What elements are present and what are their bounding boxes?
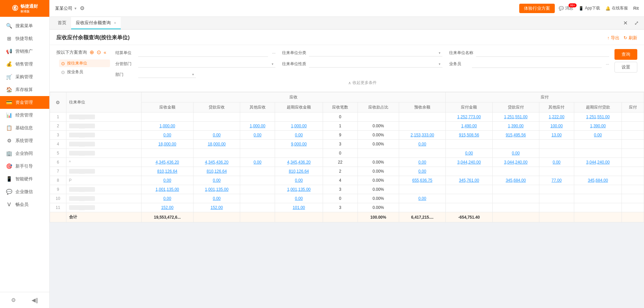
row-ar-loan[interactable]: 1,001,135.00 <box>193 185 240 194</box>
user-info[interactable]: Rit <box>633 6 639 11</box>
row-ar-loan[interactable]: 810,126.64 <box>193 167 240 176</box>
settlement-input[interactable] <box>138 49 268 57</box>
row-ar-loan[interactable]: 152.00 <box>193 203 240 212</box>
row-ar-prepay[interactable]: 0.00 <box>399 194 445 203</box>
row-ar-amount[interactable]: 4,345,436.20 <box>141 158 193 167</box>
sidebar-item-system[interactable]: ⚙ 系统管理 <box>0 134 49 147</box>
row-ar-overdue[interactable]: 0.00 <box>275 131 323 140</box>
row-ap-overdue-loan[interactable]: 1,251,551.00 <box>574 113 622 122</box>
row-ar-other[interactable]: 0.00 <box>240 131 275 140</box>
row-ap-loan[interactable]: 915,495.56 <box>492 131 539 140</box>
row-ap-loan[interactable]: 0.00 <box>492 149 539 158</box>
tab-close-window-icon[interactable]: ✕ <box>621 19 630 27</box>
sidebar-item-smarthw[interactable]: 📱 智能硬件 <box>0 173 49 185</box>
row-ar-overdue[interactable]: 810,126.64 <box>275 167 323 176</box>
row-ap-loan[interactable]: 1,390.00 <box>492 122 539 131</box>
row-ap-other[interactable]: 1,222.00 <box>539 113 574 122</box>
filter-option-by-salesperson[interactable]: ⊙ 按业务员 <box>59 68 110 76</box>
partner-name-input[interactable] <box>476 49 609 57</box>
row-ar-prepay[interactable]: 0.00 <box>399 167 445 176</box>
tab-expand-icon[interactable]: ⤢ <box>632 19 641 27</box>
row-ar-amount[interactable]: 0.00 <box>141 176 193 185</box>
row-ap-other[interactable]: 0.00 <box>539 158 574 167</box>
row-ap-amount[interactable]: 0.00 <box>446 149 492 158</box>
row-ar-loan[interactable]: 4,345,436.20 <box>193 158 240 167</box>
row-ar-overdue[interactable]: 1,001,135.00 <box>275 185 323 194</box>
sidebar-item-member[interactable]: Ⅴ 畅会员 <box>0 198 49 211</box>
row-ap-loan[interactable]: 3,044,240.00 <box>492 158 539 167</box>
sidebar-item-enterprise[interactable]: 🏢 企业协同 <box>0 147 49 160</box>
sidebar-item-purchase[interactable]: 🛒 采购管理 <box>0 71 49 83</box>
row-ar-amount[interactable]: 0.00 <box>141 194 193 203</box>
header-gear-icon[interactable]: ⚙ <box>78 4 86 13</box>
row-ar-amount[interactable]: 1,000.00 <box>141 122 193 131</box>
row-ap-other[interactable]: 13.00 <box>539 131 574 140</box>
settings-button[interactable]: 设置 <box>614 62 637 73</box>
salesperson-input[interactable] <box>472 60 602 68</box>
filter-settings-icon[interactable]: ⊙ <box>97 49 101 55</box>
row-ar-amount[interactable]: 18,000.00 <box>141 140 193 149</box>
salesperson-dots-icon[interactable]: ··· <box>606 62 609 67</box>
sidebar-item-marketing[interactable]: 📢 营销推广 <box>0 45 49 58</box>
promo-button[interactable]: 体验行业方案 <box>519 4 555 13</box>
row-ar-overdue[interactable]: 1,000.00 <box>275 122 323 131</box>
row-ap-amount[interactable]: 1,252,773.00 <box>446 113 492 122</box>
query-button[interactable]: 查询 <box>614 49 637 60</box>
row-ar-amount[interactable]: 152.00 <box>141 203 193 212</box>
partner-nature-select[interactable]: ▾ <box>309 61 442 68</box>
row-ap-amount[interactable]: 915,508.56 <box>446 131 492 140</box>
filter-collapse-icon[interactable]: « <box>104 50 106 55</box>
sidebar-item-sales[interactable]: 💰 销售管理 <box>0 58 49 71</box>
row-ar-other[interactable]: 0.00 <box>240 158 275 167</box>
row-ar-loan[interactable]: 0.00 <box>193 176 240 185</box>
sidebar-item-quicknav[interactable]: ⊞ 快捷导航 <box>0 32 49 45</box>
sidebar-item-inventory[interactable]: 🏠 库存核算 <box>0 83 49 96</box>
row-ar-other[interactable]: 1,000.00 <box>240 122 275 131</box>
row-ap-loan[interactable]: 1,251,551.00 <box>492 113 539 122</box>
row-ap-overdue-loan[interactable]: 0.00 <box>574 131 622 140</box>
row-ar-loan[interactable]: 18,000.00 <box>193 140 240 149</box>
online-service-action[interactable]: 🔔 在线客服 <box>605 5 628 11</box>
tab-ar-ap-query[interactable]: 应收应付余额查询 × <box>71 17 121 29</box>
app-download-action[interactable]: 📱 App下载 <box>579 5 600 11</box>
row-ap-amount[interactable]: 3,044,240.00 <box>446 158 492 167</box>
settlement-dots-icon[interactable]: ··· <box>272 51 275 55</box>
sidebar-item-finance[interactable]: 💳 资金管理 <box>0 96 49 109</box>
row-ar-prepay[interactable]: 655,636.75 <box>399 176 445 185</box>
row-ap-amount[interactable]: 345,761.00 <box>446 176 492 185</box>
filter-add-icon[interactable]: ⊕ <box>90 49 94 55</box>
row-ap-overdue-loan[interactable]: 1,390.00 <box>574 122 622 131</box>
filter-option-by-partner[interactable]: ⊙ 按往来单位 <box>59 59 110 67</box>
department-select[interactable]: ▾ <box>138 71 196 78</box>
sidebar-item-operations[interactable]: 📊 经营管理 <box>0 109 49 122</box>
row-ar-amount[interactable]: 0.00 <box>141 131 193 140</box>
row-ap-overdue-loan[interactable]: 345,684.00 <box>574 176 622 185</box>
filter-collapse-bar[interactable]: ∧ 收起更多条件 <box>115 78 609 88</box>
row-ap-loan[interactable]: 345,684.00 <box>492 176 539 185</box>
sidebar-item-guide[interactable]: 🎯 新手引导 <box>0 160 49 173</box>
export-button[interactable]: ↑ 导出 <box>607 35 620 41</box>
message-action[interactable]: 💬 消息 99+ <box>559 5 573 11</box>
sidebar-item-basicinfo[interactable]: 📋 基础信息 <box>0 122 49 134</box>
row-ar-prepay[interactable]: 0.00 <box>399 158 445 167</box>
row-ar-overdue[interactable]: 0.00 <box>275 176 323 185</box>
row-ap-amount[interactable]: 1,490.00 <box>446 122 492 131</box>
table-gear-icon[interactable]: ⚙ <box>56 100 60 105</box>
row-ap-overdue-loan[interactable]: 3,044,240.00 <box>574 158 622 167</box>
row-ar-prepay[interactable]: 2,153,333.00 <box>399 131 445 140</box>
dept-select[interactable]: ▾ <box>138 61 275 68</box>
row-ar-overdue[interactable]: 101.00 <box>275 203 323 212</box>
row-ar-amount[interactable]: 810,126.64 <box>141 167 193 176</box>
sidebar-item-search[interactable]: 🔍 搜索菜单 <box>0 19 49 32</box>
partner-category-select[interactable]: ▾ <box>309 50 442 56</box>
row-ap-other[interactable]: 100.00 <box>539 122 574 131</box>
sidebar-item-wechat[interactable]: 💬 企业微信 <box>0 185 49 198</box>
row-ap-other[interactable]: 77.00 <box>539 176 574 185</box>
row-ar-overdue[interactable]: 9,000.00 <box>275 140 323 149</box>
row-ar-prepay[interactable]: 0.00 <box>399 140 445 149</box>
row-ar-overdue[interactable]: 0.00 <box>275 194 323 203</box>
row-ar-overdue[interactable]: 4,345,436.20 <box>275 158 323 167</box>
row-ar-loan[interactable]: 0.00 <box>193 194 240 203</box>
row-ar-loan[interactable]: 0.00 <box>193 131 240 140</box>
tab-home[interactable]: 首页 <box>53 17 71 29</box>
